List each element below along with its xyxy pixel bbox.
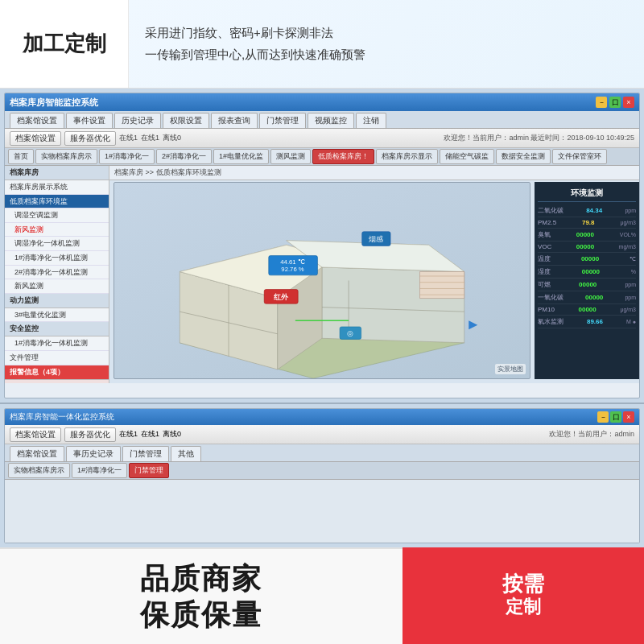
sidebar-alerts-section: 报警信息（4项） xyxy=(5,365,109,380)
software-window-main: 档案库房智能监控系统 － 口 × 档案馆设置 事件设置 历史记录 权限设置 报表… xyxy=(4,93,640,398)
bottom-online2: 在线1 xyxy=(141,429,159,440)
bottom-secondary-tabs: 实物档案库房示 1#消毒净化一 门禁管理 xyxy=(5,462,639,480)
env-temp-value: 00000 xyxy=(581,255,599,262)
sidebar-item-power3[interactable]: 3#电量优化监测 xyxy=(5,308,109,323)
tab-permissions[interactable]: 权限设置 xyxy=(163,113,209,128)
tab-reports[interactable]: 报表查询 xyxy=(211,113,258,128)
bottom-close-button[interactable]: × xyxy=(623,411,634,423)
brand-area: 加工定制 xyxy=(0,0,129,89)
banner-line1: 采用进门指纹、密码+刷卡探测非法 xyxy=(145,26,628,41)
env-voc-unit: mg/m3 xyxy=(619,244,636,250)
env-co2-value: 84.34 xyxy=(586,207,602,214)
minimize-button[interactable]: － xyxy=(596,97,607,108)
bottom-tab2-archive[interactable]: 实物档案库房示 xyxy=(8,463,70,478)
tab2-file-room[interactable]: 文件保管室环 xyxy=(552,149,607,164)
toolbar-server-optimize[interactable]: 服务器优化 xyxy=(64,131,116,146)
main-content-area: 档案库房 档案库房展示系统 低质档案库环境监 调湿空调监测 新风监测 调湿净化一… xyxy=(5,166,639,383)
env-combustible-value: 00000 xyxy=(579,281,597,288)
main-toolbar: 档案馆设置 服务器优化 在线1 在线1 离线0 欢迎您！当前用户：admin 最… xyxy=(5,129,639,148)
tab2-low-archive[interactable]: 低质检案库房！ xyxy=(312,149,374,164)
bottom-online1: 在线1 xyxy=(119,429,138,440)
bottom-minimize-button[interactable]: － xyxy=(597,411,609,423)
sidebar-item-disinfect2[interactable]: 2#消毒净化一体机监测 xyxy=(5,266,109,280)
env-co-value: 00000 xyxy=(585,294,603,301)
bottom-tab-setup[interactable]: 档案馆设置 xyxy=(10,446,64,461)
toolbar-online1: 在线1 xyxy=(119,133,138,143)
env-co-label: 一氧化碳 xyxy=(538,293,564,302)
bottom-tab-other[interactable]: 其他 xyxy=(171,446,201,461)
tab2-archive-real[interactable]: 实物档案库房示 xyxy=(35,149,97,164)
tab-video[interactable]: 视频监控 xyxy=(308,113,354,128)
bottom-toolbar-optimize[interactable]: 服务器优化 xyxy=(64,427,116,442)
bottom-tab-history[interactable]: 事历史记录 xyxy=(66,446,121,461)
sidebar-item-wind[interactable]: 新风监测 xyxy=(5,279,109,294)
sidebar-item-disinfect1b[interactable]: 1#消毒净化一体机监测 xyxy=(5,336,109,351)
env-pm25-value: 79.8 xyxy=(582,219,595,226)
env-humidity-value: 00000 xyxy=(582,268,600,275)
env-humidity-unit: % xyxy=(631,269,636,275)
promo-line1: 品质商家 xyxy=(140,563,262,595)
sidebar-item-new-air[interactable]: 新风监测 xyxy=(5,223,109,237)
env-combustible: 可燃 00000 ppm xyxy=(538,279,636,291)
tab-archive-setup[interactable]: 档案馆设置 xyxy=(10,113,64,128)
sidebar-item-humidity[interactable]: 调湿空调监测 xyxy=(5,208,109,223)
bottom-window-title: 档案库房智能一体化监控系统 xyxy=(10,411,114,423)
banner-line2: 一传输到管理中心,从而达到快速准确预警 xyxy=(145,47,628,63)
tab2-air-carbon[interactable]: 储能空气碳监 xyxy=(440,149,494,164)
sidebar-item-file-mgmt[interactable]: 文件管理 xyxy=(5,351,109,365)
building-3d-svg: 44.61 ℃ 92.76 % 红外 烟感 ◎ xyxy=(114,183,530,378)
sidebar-item-display[interactable]: 档案库房展示系统 xyxy=(5,180,109,195)
maximize-button[interactable]: 口 xyxy=(609,97,621,108)
tab-door[interactable]: 门禁管理 xyxy=(259,113,306,128)
env-pm25-label: PM2.5 xyxy=(538,219,556,226)
window-title: 档案库房智能监控系统 xyxy=(10,97,98,109)
env-voc: VOC 00000 mg/m3 xyxy=(538,242,636,253)
bottom-section: 档案库房智能一体化监控系统 － 口 × 档案馆设置 服务器优化 在线1 在线1 … xyxy=(0,402,644,547)
promo-right-area: 按需 定制 xyxy=(402,547,644,644)
tab-history[interactable]: 历史记录 xyxy=(114,113,161,128)
svg-marker-8 xyxy=(420,271,464,298)
bottom-tab2-disinfect[interactable]: 1#消毒净化一 xyxy=(72,463,127,478)
env-co2: 二氧化碳 84.34 ppm xyxy=(538,204,636,217)
tab-event-setup[interactable]: 事件设置 xyxy=(66,113,113,128)
svg-text:44.61  ℃: 44.61 ℃ xyxy=(280,258,304,266)
close-button[interactable]: × xyxy=(623,97,634,108)
bottom-titlebar: 档案库房智能一体化监控系统 － 口 × xyxy=(5,409,639,425)
tab2-home[interactable]: 首页 xyxy=(8,149,34,164)
tab-logout[interactable]: 注销 xyxy=(356,113,386,128)
alert-emergency: 紧急告警 0条 xyxy=(10,382,104,383)
sidebar-section-security: 安全监控 xyxy=(5,322,109,336)
window-controls: － 口 × xyxy=(596,97,634,108)
sidebar-item-disinfect1[interactable]: 1#消毒净化一体机监测 xyxy=(5,251,109,266)
svg-text:◎: ◎ xyxy=(347,329,353,337)
tab2-data-security[interactable]: 数据安全监测 xyxy=(496,149,551,164)
env-monitor-panel: 环境监测 二氧化碳 84.34 ppm PM2.5 79.8 μg/m3 臭氧 … xyxy=(535,182,639,379)
bottom-tab-door[interactable]: 门禁管理 xyxy=(122,446,169,461)
env-pm10: PM10 00000 μg/m3 xyxy=(538,304,636,316)
bottom-maximize-button[interactable]: 口 xyxy=(610,411,621,423)
bottom-window-controls: － 口 × xyxy=(597,411,634,423)
bottom-tab2-door[interactable]: 门禁管理 xyxy=(129,463,169,478)
toolbar-archive-setup[interactable]: 档案馆设置 xyxy=(10,131,61,146)
tab2-disinfect1[interactable]: 1#消毒净化一 xyxy=(99,149,155,164)
promo-left-area: 品质商家 保质保量 xyxy=(0,547,402,644)
sidebar-item-low-archive[interactable]: 低质档案库环境监 xyxy=(5,195,109,209)
env-radon: 氡水监测 89.66 M ● xyxy=(538,316,636,328)
bottom-offline: 离线0 xyxy=(163,429,181,440)
bottom-toolbar-setup[interactable]: 档案馆设置 xyxy=(10,427,61,442)
toolbar-online2: 在线1 xyxy=(141,133,159,143)
tab2-archive-show[interactable]: 档案库房示显示 xyxy=(376,149,438,164)
tab2-power[interactable]: 1#电量优化监 xyxy=(213,149,269,164)
bottom-toolbar: 档案馆设置 服务器优化 在线1 在线1 离线0 欢迎您！当前用户：admin xyxy=(5,425,639,444)
env-co2-label: 二氧化碳 xyxy=(538,206,564,215)
svg-text:烟感: 烟感 xyxy=(369,235,383,243)
tab2-disinfect2[interactable]: 2#消毒净化一 xyxy=(156,149,212,164)
window-titlebar: 档案库房智能监控系统 － 口 × xyxy=(5,93,639,111)
svg-text:红外: 红外 xyxy=(273,293,289,301)
env-pm10-unit: μg/m3 xyxy=(620,307,636,312)
tab2-wind[interactable]: 测风监测 xyxy=(270,149,311,164)
env-pm10-label: PM10 xyxy=(538,306,555,313)
toolbar-offline: 离线0 xyxy=(163,133,181,143)
promo-line2: 保质保量 xyxy=(140,599,262,631)
sidebar-item-dehumid[interactable]: 调湿净化一体机监测 xyxy=(5,237,109,251)
